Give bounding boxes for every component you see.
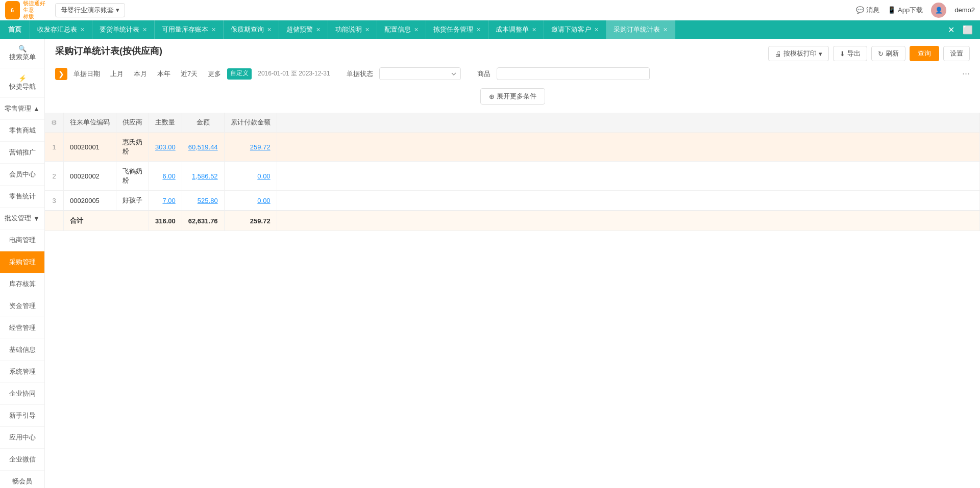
tfoot-paid: 259.72 xyxy=(224,211,277,231)
custom-date-badge: 自定义 xyxy=(227,68,252,80)
expand-tab-icon[interactable]: ⬜ xyxy=(960,24,976,36)
cell-index-1: 1 xyxy=(45,133,64,162)
sidebar-item-operations[interactable]: 经营管理 xyxy=(0,317,44,339)
download-icon: 📱 xyxy=(888,6,896,14)
settings-button[interactable]: 设置 xyxy=(943,46,970,61)
export-button[interactable]: ⬇ 导出 xyxy=(833,46,867,61)
search-icon: 🔍 xyxy=(18,45,27,53)
chevron-down-icon: ▾ xyxy=(116,6,119,14)
tab-8-close[interactable]: ✕ xyxy=(476,27,481,33)
message-button[interactable]: 💬 消息 xyxy=(856,6,879,15)
more-options-icon[interactable]: ··· xyxy=(962,68,970,79)
filter-row: ❯ 单据日期 上月 本月 本年 近7天 更多 自定义 2016-01-01 至 … xyxy=(55,67,970,80)
sidebar-item-enterprise[interactable]: 企业协同 xyxy=(0,383,44,405)
chevron-print-icon: ▾ xyxy=(819,50,822,58)
avatar[interactable]: 👤 xyxy=(931,3,946,18)
tab-6[interactable]: 功能说明 ✕ xyxy=(328,20,377,39)
tab-9-close[interactable]: ✕ xyxy=(532,27,536,33)
gear-icon[interactable]: ⚙ xyxy=(51,119,57,126)
th-settings[interactable]: ⚙ xyxy=(45,113,64,133)
th-code: 往来单位编码 xyxy=(64,113,116,133)
tab-home[interactable]: 首页 xyxy=(0,20,30,39)
sidebar-item-retail-mgmt[interactable]: 零售管理 ▲ xyxy=(0,98,44,120)
tab-5-close[interactable]: ✕ xyxy=(316,27,321,33)
refresh-button[interactable]: ↻ 刷新 xyxy=(871,46,905,61)
cell-paid-3: 0.00 xyxy=(224,191,277,211)
tab-1-close[interactable]: ✕ xyxy=(80,27,85,33)
tab-9[interactable]: 成本调整单 ✕ xyxy=(488,20,544,39)
filter-toggle-btn[interactable]: ❯ xyxy=(55,68,67,80)
sidebar-item-finance[interactable]: 资金管理 xyxy=(0,295,44,317)
workspace-selector[interactable]: 母婴行业演示账套 ▾ xyxy=(55,3,125,17)
sidebar-item-wholesale-mgmt[interactable]: 批发管理 ▼ xyxy=(0,208,44,229)
sidebar-item-purchase-mgmt[interactable]: 采购管理 xyxy=(0,251,44,273)
cell-amount-1: 60,519.44 xyxy=(182,133,224,162)
sidebar-item-app-center[interactable]: 应用中心 xyxy=(0,427,44,449)
cell-supplier-2: 飞鹤奶粉 xyxy=(116,162,149,191)
cell-index-2: 2 xyxy=(45,162,64,191)
sidebar-item-retail-mall[interactable]: 零售商城 xyxy=(0,120,44,142)
sidebar-item-member[interactable]: 畅会员 xyxy=(0,471,44,488)
cell-qty-1: 303.00 xyxy=(149,133,182,162)
date-this-month[interactable]: 本月 xyxy=(130,68,151,80)
tab-6-close[interactable]: ✕ xyxy=(365,27,370,33)
tab-8[interactable]: 拣货任务管理 ✕ xyxy=(426,20,488,39)
content-area: 采购订单统计表(按供应商) 🖨 按模板打印 ▾ ⬇ 导出 ↻ 刷新 xyxy=(45,39,980,488)
goods-filter-label: 商品 xyxy=(477,69,491,79)
sidebar-item-newbie[interactable]: 新手引导 xyxy=(0,405,44,427)
tab-4-close[interactable]: ✕ xyxy=(267,27,272,33)
th-supplier: 供应商 xyxy=(116,113,149,133)
expand-conditions-button[interactable]: ⊕ 展开更多条件 xyxy=(480,88,545,105)
date-last-month[interactable]: 上月 xyxy=(106,68,128,80)
tab-10-close[interactable]: ✕ xyxy=(594,27,599,33)
date-7days[interactable]: 近7天 xyxy=(177,68,202,80)
tab-2[interactable]: 要货单统计表 ✕ xyxy=(92,20,155,39)
tab-3[interactable]: 可用量库存账本 ✕ xyxy=(155,20,224,39)
sidebar-item-system[interactable]: 系统管理 xyxy=(0,361,44,383)
tab-7-close[interactable]: ✕ xyxy=(414,27,419,33)
table-row: 1 00020001 惠氏奶粉 303.00 60,519.44 259.72 xyxy=(45,133,980,162)
tab-7[interactable]: 配置信息 ✕ xyxy=(377,20,426,39)
date-this-year[interactable]: 本年 xyxy=(153,68,175,80)
date-quick-btns: 上月 本月 本年 近7天 更多 自定义 xyxy=(106,68,252,80)
th-qty: 主数量 xyxy=(149,113,182,133)
sidebar-item-marketing[interactable]: 营销推广 xyxy=(0,142,44,164)
date-more[interactable]: 更多 xyxy=(204,68,225,80)
sidebar-item-search[interactable]: 🔍 搜索菜单 xyxy=(0,39,44,68)
tfoot-empty-col xyxy=(45,211,64,231)
cell-supplier-1: 惠氏奶粉 xyxy=(116,133,149,162)
tab-11-close[interactable]: ✕ xyxy=(663,27,668,33)
sidebar-item-inventory[interactable]: 库存核算 xyxy=(0,273,44,295)
logo-sub: 标版 xyxy=(23,13,50,20)
query-button[interactable]: 查询 xyxy=(910,46,939,61)
cell-paid-2: 0.00 xyxy=(224,162,277,191)
quicknav-icon: ⚡ xyxy=(18,74,27,82)
sidebar-item-quicknav[interactable]: ⚡ 快捷导航 xyxy=(0,68,44,98)
sidebar-item-member-center[interactable]: 会员中心 xyxy=(0,164,44,186)
logo-text: 畅捷通好生意 xyxy=(23,0,50,13)
tab-1[interactable]: 收发存汇总表 ✕ xyxy=(30,20,92,39)
top-bar-right: 💬 消息 📱 App下载 👤 demo2 xyxy=(856,3,975,18)
status-select[interactable] xyxy=(379,67,461,80)
tab-4[interactable]: 保质期查询 ✕ xyxy=(224,20,279,39)
tab-2-close[interactable]: ✕ xyxy=(142,27,147,33)
nav-tabs-controls: ✕ ⬜ xyxy=(945,24,980,36)
sidebar-item-wechat[interactable]: 企业微信 xyxy=(0,449,44,471)
th-paid: 累计付款金额 xyxy=(224,113,277,133)
tab-10[interactable]: 邀请下游客户 ✕ xyxy=(544,20,606,39)
close-tab-icon[interactable]: ✕ xyxy=(945,24,958,36)
table-row: 2 00020002 飞鹤奶粉 6.00 1,586.52 0.00 xyxy=(45,162,980,191)
tab-3-close[interactable]: ✕ xyxy=(211,27,216,33)
tab-11[interactable]: 采购订单统计表 ✕ xyxy=(606,20,675,39)
workspace-label: 母婴行业演示账套 xyxy=(61,6,114,15)
sidebar-item-retail-stats[interactable]: 零售统计 xyxy=(0,186,44,208)
print-button[interactable]: 🖨 按模板打印 ▾ xyxy=(768,46,829,61)
chevron-down2-icon: ▼ xyxy=(33,215,40,222)
app-download-button[interactable]: 📱 App下载 xyxy=(888,6,923,15)
sidebar-item-ecommerce[interactable]: 电商管理 xyxy=(0,229,44,251)
export-icon: ⬇ xyxy=(840,50,845,58)
tab-5[interactable]: 超储预警 ✕ xyxy=(279,20,328,39)
tab-6-label: 功能说明 xyxy=(335,25,362,34)
sidebar-item-basic-info[interactable]: 基础信息 xyxy=(0,339,44,361)
goods-input[interactable] xyxy=(497,67,650,80)
